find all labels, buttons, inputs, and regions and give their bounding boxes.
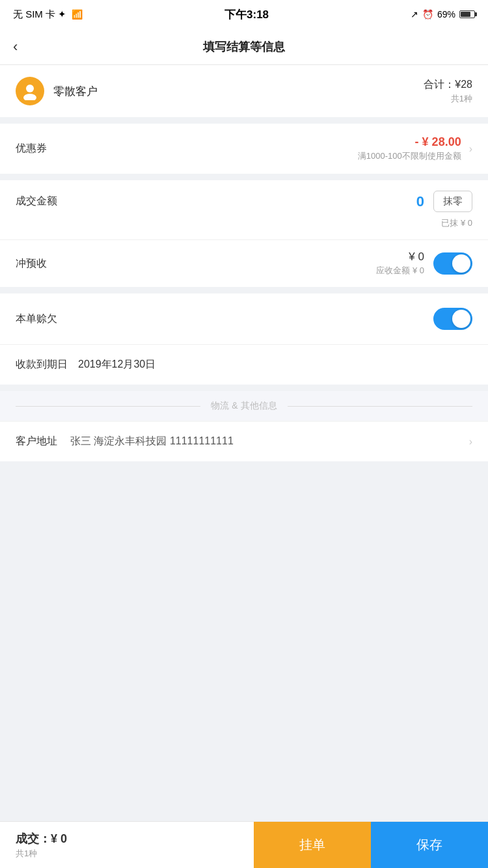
logistics-line-right — [288, 406, 472, 407]
bottom-deal-value: ¥ 0 — [51, 832, 67, 845]
alarm-icon: ⏰ — [422, 9, 433, 20]
customer-name: 零散客户 — [53, 84, 98, 99]
bottom-left: 成交：¥ 0 共1种 — [0, 831, 254, 860]
coupon-row[interactable]: 优惠券 - ¥ 28.00 满1000-100不限制使用金额 › — [0, 124, 488, 174]
status-left: 无 SIM 卡 ✦ 📶 — [13, 8, 83, 21]
nav-bar: ‹ 填写结算等信息 — [0, 29, 488, 65]
hold-order-button[interactable]: 挂单 — [254, 822, 371, 869]
deal-amount-label: 成交金额 — [16, 195, 57, 208]
prepay-label: 冲预收 — [16, 257, 47, 271]
customer-section: 零散客户 合计：¥28 共1种 — [0, 65, 488, 117]
coupon-section[interactable]: 优惠券 - ¥ 28.00 满1000-100不限制使用金额 › — [0, 124, 488, 174]
user-icon — [21, 82, 39, 100]
bottom-deal: 成交：¥ 0 — [16, 831, 238, 847]
bottom-bar: 成交：¥ 0 共1种 挂单 保存 — [0, 821, 488, 868]
deal-value: 0 — [416, 193, 424, 210]
coupon-desc: 满1000-100不限制使用金额 — [358, 150, 461, 162]
due-date-label: 收款到期日 — [16, 358, 68, 372]
battery-percent: 69% — [437, 9, 455, 20]
due-date-row: 收款到期日 2019年12月30日 — [0, 344, 488, 385]
customer-avatar — [16, 77, 44, 105]
save-button[interactable]: 保存 — [371, 822, 488, 869]
coupon-label: 优惠券 — [16, 142, 47, 156]
coupon-amount: - ¥ 28.00 — [358, 135, 461, 149]
debt-label: 本单赊欠 — [16, 312, 57, 326]
logistics-line-left — [16, 406, 200, 407]
wifi-icon: 📶 — [72, 9, 83, 20]
coupon-right: - ¥ 28.00 满1000-100不限制使用金额 › — [358, 135, 472, 162]
total-amount: 合计：¥28 — [424, 78, 472, 92]
logistics-section: 物流 & 其他信息 客户地址 张三 海淀永丰科技园 11111111111 › — [0, 391, 488, 461]
address-row[interactable]: 客户地址 张三 海淀永丰科技园 11111111111 › — [0, 421, 488, 461]
prepay-main: ¥ 0 — [376, 251, 424, 264]
coupon-chevron-icon: › — [469, 143, 472, 155]
logistics-title: 物流 & 其他信息 — [200, 400, 287, 412]
address-chevron-icon: › — [469, 436, 472, 448]
prepay-right: ¥ 0 应收金额 ¥ 0 — [376, 251, 472, 277]
bottom-count: 共1种 — [16, 848, 238, 860]
logistics-header: 物流 & 其他信息 — [0, 391, 488, 421]
debt-toggle-knob — [452, 310, 470, 328]
due-date-value: 2019年12月30日 — [78, 358, 156, 372]
page-title: 填写结算等信息 — [203, 39, 285, 55]
prepay-row: 冲预收 ¥ 0 应收金额 ¥ 0 — [0, 239, 488, 287]
total-count: 共1种 — [424, 93, 472, 105]
customer-row: 零散客户 合计：¥28 共1种 — [0, 65, 488, 117]
deal-amount-row: 成交金额 0 抹零 — [0, 180, 488, 217]
back-button[interactable]: ‹ — [13, 38, 18, 55]
round-off-button[interactable]: 抹零 — [433, 191, 472, 212]
debt-toggle[interactable] — [433, 308, 472, 330]
prepay-sub: 应收金额 ¥ 0 — [376, 265, 424, 277]
svg-point-1 — [23, 94, 36, 100]
status-right: ↗ ⏰ 69% — [411, 9, 475, 20]
svg-point-0 — [26, 85, 34, 92]
deal-sub-text: 已抹 ¥ 0 — [0, 217, 488, 239]
prepay-toggle[interactable] — [433, 252, 472, 275]
customer-left: 零散客户 — [16, 77, 98, 105]
battery-icon — [459, 10, 475, 18]
sim-status: 无 SIM 卡 ✦ — [13, 8, 66, 21]
bottom-deal-label: 成交： — [16, 832, 51, 845]
status-time: 下午3:18 — [224, 7, 269, 22]
address-value: 张三 海淀永丰科技园 11111111111 — [70, 435, 469, 448]
status-bar: 无 SIM 卡 ✦ 📶 下午3:18 ↗ ⏰ 69% — [0, 0, 488, 29]
deal-section: 成交金额 0 抹零 已抹 ¥ 0 冲预收 ¥ 0 应收金额 ¥ 0 — [0, 180, 488, 287]
location-icon: ↗ — [411, 9, 418, 20]
debt-section: 本单赊欠 收款到期日 2019年12月30日 — [0, 293, 488, 385]
debt-row: 本单赊欠 — [0, 293, 488, 344]
address-label: 客户地址 — [16, 435, 57, 448]
customer-right: 合计：¥28 共1种 — [424, 78, 472, 105]
prepay-amounts: ¥ 0 应收金额 ¥ 0 — [376, 251, 424, 277]
toggle-knob — [452, 254, 470, 273]
deal-right: 0 抹零 — [416, 191, 472, 212]
